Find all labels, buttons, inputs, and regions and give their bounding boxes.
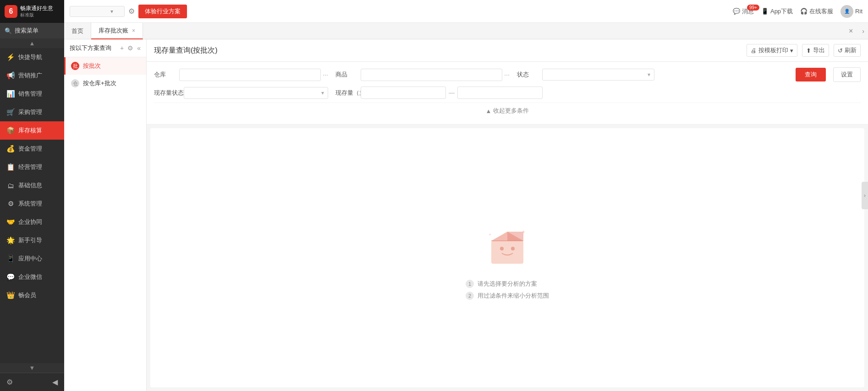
product-input[interactable] xyxy=(365,71,498,78)
page-header: 现存量查询(按批次) 🖨 按模板打印 ▾ ⬆ 导出 ↺ 刷新 xyxy=(147,39,868,62)
inventory-amount-to-wrap[interactable] xyxy=(457,87,543,99)
wechat-icon: 💬 xyxy=(6,273,15,281)
warehouse-input[interactable] xyxy=(183,71,317,78)
sidebar: 6 畅康通好生意 标准版 🔍 搜索菜单 ▲ ⚡ 快捷导航 📢 营销推广 📊 销售… xyxy=(0,0,64,391)
svg-rect-0 xyxy=(491,241,523,264)
tab-home[interactable]: 首页 xyxy=(64,23,91,39)
sidebar-item-finance[interactable]: 💰 资金管理 xyxy=(0,140,64,158)
topbar-search-input[interactable] xyxy=(74,8,110,15)
inventory-amount-from-wrap[interactable] xyxy=(361,87,446,99)
product-input-wrap[interactable] xyxy=(361,69,502,81)
product-filter-group: 商品 ··· xyxy=(335,69,510,81)
purchase-icon: 🛒 xyxy=(6,108,15,116)
app-center-icon: 📱 xyxy=(6,255,15,263)
inventory-status-label: 现存量状态 xyxy=(154,89,184,97)
warehouse-input-wrap[interactable] xyxy=(179,69,321,81)
sidebar-scroll-up[interactable]: ▲ xyxy=(0,38,64,48)
empty-state: ✦ ✦ 1 请先选择要分析的方案 2 用过滤条件来缩小分析范围 xyxy=(150,128,864,387)
sidebar-collapse-icon[interactable]: ◀ xyxy=(52,378,58,386)
avatar: 👤 xyxy=(841,5,853,18)
scheme-settings-icon[interactable]: ⚙ xyxy=(127,44,133,52)
warehouse-dots[interactable]: ··· xyxy=(323,71,328,78)
app-download-icon: 📱 xyxy=(761,8,769,15)
inventory-status-filter-group: 现存量状态 ▾ xyxy=(154,87,328,99)
messages-btn[interactable]: 💬 消息 99+ xyxy=(733,7,754,16)
right-collapse-handle[interactable]: › xyxy=(862,182,868,209)
sidebar-scroll-down[interactable]: ▼ xyxy=(0,363,64,373)
sidebar-item-system[interactable]: ⚙ 系统管理 xyxy=(0,195,64,213)
topbar-left: ▾ ⚙ 体验行业方案 xyxy=(70,5,728,18)
inventory-amount-from-input[interactable] xyxy=(365,89,442,96)
sidebar-item-wechat[interactable]: 💬 企业微信 xyxy=(0,268,64,286)
svg-point-4 xyxy=(500,247,504,250)
print-dropdown-icon[interactable]: ▾ xyxy=(790,47,793,54)
sidebar-item-operations[interactable]: 📋 经营管理 xyxy=(0,158,64,176)
app-download-btn[interactable]: 📱 App下载 xyxy=(761,7,793,16)
empty-illustration: ✦ ✦ xyxy=(480,216,535,271)
collapse-icon: ▲ xyxy=(486,108,492,114)
filter-settings-btn[interactable]: 设置 xyxy=(833,67,861,82)
inventory-amount-to-input[interactable] xyxy=(461,89,538,96)
online-service-btn[interactable]: 🎧 在线客服 xyxy=(800,7,833,16)
basic-icon: 🗂 xyxy=(6,181,15,190)
tip-num-1: 1 xyxy=(466,280,474,288)
filter-area: 仓库 ··· 商品 ··· xyxy=(147,62,868,125)
scheme-panel-header-icons: + ⚙ « xyxy=(120,44,141,52)
experience-btn[interactable]: 体验行业方案 xyxy=(138,5,187,18)
inventory-status-select-arrow: ▾ xyxy=(321,90,324,96)
topbar-settings-icon[interactable]: ⚙ xyxy=(128,7,135,16)
svg-text:✦: ✦ xyxy=(521,229,526,235)
sidebar-bottom: ⚙ ◀ xyxy=(0,373,64,391)
print-btn[interactable]: 🖨 按模板打印 ▾ xyxy=(747,44,797,57)
filter-collapse-btn[interactable]: ▲ 收起更多条件 xyxy=(154,103,861,119)
tab-inventory-batch[interactable]: 库存批次账 × xyxy=(91,23,143,39)
sidebar-settings-icon[interactable]: ⚙ xyxy=(6,378,13,386)
scheme-icon-by-warehouse-batch: 仓 xyxy=(71,79,79,87)
message-icon: 💬 xyxy=(733,8,740,15)
scheme-collapse-icon[interactable]: « xyxy=(137,44,141,52)
scheme-icon-by-batch: 批 xyxy=(71,62,79,70)
tab-panel-close-btn[interactable]: × xyxy=(843,27,858,35)
tab-bar: 首页 库存批次账 × × › xyxy=(64,23,868,39)
status-select[interactable]: ▾ xyxy=(542,69,654,81)
service-icon: 🎧 xyxy=(800,8,808,15)
main-area: ▾ ⚙ 体验行业方案 💬 消息 99+ 📱 App下载 🎧 在线客服 👤 xyxy=(64,0,868,391)
tab-close-btn[interactable]: × xyxy=(132,27,135,34)
sidebar-item-app-center[interactable]: 📱 应用中心 xyxy=(0,250,64,268)
sidebar-item-vip[interactable]: 👑 畅会员 xyxy=(0,286,64,304)
marketing-icon: 📢 xyxy=(6,71,15,80)
product-dots[interactable]: ··· xyxy=(504,71,510,78)
page-content: 按以下方案查询 + ⚙ « 批 按批次 仓 按 xyxy=(64,39,868,391)
sidebar-item-marketing[interactable]: 📢 营销推广 xyxy=(0,66,64,85)
scheme-list: 批 按批次 仓 按仓库+批次 xyxy=(64,57,146,391)
sidebar-item-inventory[interactable]: 📦 库存核算 xyxy=(0,121,64,140)
topbar-dropdown-icon[interactable]: ▾ xyxy=(110,8,113,15)
enterprise-icon: 🤝 xyxy=(6,218,15,226)
sidebar-item-basic[interactable]: 🗂 基础信息 xyxy=(0,176,64,195)
query-btn[interactable]: 查询 xyxy=(796,68,826,81)
sidebar-item-purchase[interactable]: 🛒 采购管理 xyxy=(0,103,64,121)
sidebar-item-quick-nav[interactable]: ⚡ 快捷导航 xyxy=(0,48,64,66)
filter-row-1: 仓库 ··· 商品 ··· xyxy=(154,67,861,82)
export-btn[interactable]: ⬆ 导出 xyxy=(802,44,829,57)
sidebar-search[interactable]: 🔍 搜索菜单 xyxy=(0,23,64,38)
app-title: 畅康通好生意 标准版 xyxy=(20,5,53,18)
print-icon: 🖨 xyxy=(751,47,757,54)
topbar: ▾ ⚙ 体验行业方案 💬 消息 99+ 📱 App下载 🎧 在线客服 👤 xyxy=(64,0,868,23)
tab-right-arrow[interactable]: › xyxy=(858,27,868,35)
scheme-panel-title: 按以下方案查询 xyxy=(70,44,111,52)
status-select-arrow: ▾ xyxy=(648,71,650,78)
sidebar-item-sales[interactable]: 📊 销售管理 xyxy=(0,85,64,103)
messages-badge: 99+ xyxy=(747,5,759,11)
scheme-add-icon[interactable]: + xyxy=(120,44,124,52)
empty-tip-2: 2 用过滤条件来缩小分析范围 xyxy=(466,292,549,300)
sidebar-item-enterprise[interactable]: 🤝 企业协同 xyxy=(0,213,64,231)
user-profile-btn[interactable]: 👤 Rit xyxy=(841,5,863,18)
operations-icon: 📋 xyxy=(6,163,15,171)
scheme-item-by-warehouse-batch[interactable]: 仓 按仓库+批次 xyxy=(64,75,146,92)
inventory-status-select[interactable]: ▾ xyxy=(184,87,328,99)
scheme-item-by-batch[interactable]: 批 按批次 xyxy=(64,57,146,75)
inventory-amount-filter-group: 现存量（主） — xyxy=(335,87,510,99)
sidebar-item-newbie[interactable]: 🌟 新手引导 xyxy=(0,231,64,250)
refresh-btn[interactable]: ↺ 刷新 xyxy=(834,44,861,57)
